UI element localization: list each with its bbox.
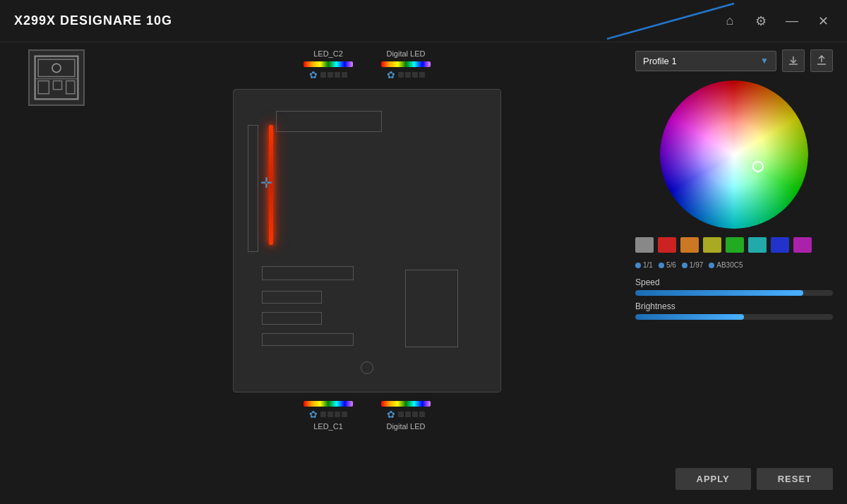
svg-rect-4 [53,81,61,90]
color-wheel-dark [660,80,808,229]
digital-led-top-rainbow[interactable] [381,61,431,67]
swatch-yellow[interactable] [703,237,721,253]
title-bar-controls: ⌂ ⚙ — ✕ [720,11,833,31]
led-c1-gear-icon[interactable]: ✿ [309,409,318,420]
led-c2-label: LED_C2 [313,49,343,58]
profile-import-button[interactable] [782,49,805,72]
color-swatches [635,237,833,253]
led-c2-dots [320,72,347,78]
swatch-orange[interactable] [680,237,699,253]
digital-led-top-icons: ✿ [387,69,425,80]
close-button[interactable]: ✕ [813,11,833,31]
settings-button[interactable]: ⚙ [751,11,771,31]
digital-led-bottom-gear-icon[interactable]: ✿ [387,409,395,420]
minimize-button[interactable]: — [782,11,802,31]
left-panel [14,49,99,497]
color-label-3: 1/97 [682,261,703,269]
led-controls-bottom: ✿ LED_C1 ✿ [304,401,431,432]
led-dot [335,72,340,78]
app-title: X299X DESIGNARE 10G [14,13,172,28]
apply-button[interactable]: APPLY [675,468,751,490]
led-c2-group: LED_C2 ✿ [304,49,353,80]
led-c2-rainbow[interactable] [304,61,353,67]
brightness-label: Brightness [635,301,833,311]
led-dot [342,72,347,78]
led-c1-group: ✿ LED_C1 [304,401,353,432]
slot-mid4 [262,333,354,346]
title-bar: X299X DESIGNARE 10G ⌂ ⚙ — ✕ [0,0,847,42]
svg-point-7 [52,64,61,72]
color-label-dot [659,263,664,268]
reset-button[interactable]: RESET [757,468,833,490]
swatch-green[interactable] [726,237,744,253]
color-picker-cursor [752,161,764,172]
led-c1-rainbow[interactable] [304,401,353,407]
profile-dropdown[interactable]: Profile 1 ▼ [635,51,776,71]
led-dot [320,412,326,417]
digital-led-top-group: Digital LED ✿ [381,49,431,80]
center-panel: LED_C2 ✿ Digital LED ✿ [113,49,621,497]
speed-slider-row: Speed [635,277,833,296]
bottom-buttons: APPLY RESET [635,468,833,497]
profile-label: Profile 1 [643,56,677,66]
color-label-2: 5/6 [659,261,676,269]
slot-top-main [276,111,382,132]
profile-row: Profile 1 ▼ [635,49,833,72]
profile-export-button[interactable] [810,49,833,72]
color-label-1-text: 1/1 [643,261,653,269]
svg-rect-2 [38,59,75,76]
color-label-dot [635,263,641,268]
digital-led-bottom-rainbow[interactable] [381,401,431,407]
digital-led-top-dots [398,72,425,78]
brightness-track [635,314,833,320]
brightness-slider-row: Brightness [635,301,833,320]
digital-led-top-gear-icon[interactable]: ✿ [387,69,395,80]
color-label-dot [709,263,714,268]
led-dot [419,412,425,417]
led-c2-gear-icon[interactable]: ✿ [309,69,318,80]
led-dot [405,412,411,417]
home-button[interactable]: ⌂ [720,11,740,31]
swatch-cyan[interactable] [748,237,767,253]
motherboard-diagram: ✛ [233,89,501,392]
led-dot [335,412,340,417]
slider-section: Speed Brightness [635,277,833,320]
color-labels: 1/1 5/6 1/97 AB30C5 [635,261,833,269]
color-wheel-container [635,80,833,229]
led-c1-icons: ✿ [309,409,347,420]
color-label-2-text: 5/6 [666,261,676,269]
digital-led-bottom-label: Digital LED [386,422,425,431]
brightness-fill [635,314,744,320]
svg-rect-1 [35,56,78,100]
color-wheel[interactable] [660,80,808,229]
motherboard-thumbnail[interactable] [28,49,85,106]
led-dot [419,72,425,78]
color-label-4-text: AB30C5 [716,261,743,269]
led-dot [328,72,333,78]
led-dot [320,72,326,78]
slot-mid3 [262,312,322,325]
led-dot [328,412,333,417]
main-content: LED_C2 ✿ Digital LED ✿ [0,42,847,504]
export-icon [816,55,827,66]
speed-label: Speed [635,277,833,287]
digital-led-bottom-group: ✿ Digital LED [381,401,431,432]
color-label-4: AB30C5 [709,261,743,269]
right-panel: Profile 1 ▼ [635,49,833,497]
crosshair-icon[interactable]: ✛ [260,174,272,191]
swatch-red[interactable] [658,237,676,253]
color-label-dot [682,263,687,268]
led-c1-label: LED_C1 [313,422,343,431]
svg-rect-3 [38,81,49,94]
speed-fill [635,290,803,296]
mb-svg-icon [30,51,83,104]
svg-rect-5 [66,81,75,94]
color-wheel-inner [660,80,808,229]
swatch-purple[interactable] [793,237,812,253]
led-dot [342,412,347,417]
led-dot [398,72,404,78]
speed-track [635,290,833,296]
swatch-blue[interactable] [771,237,789,253]
swatch-gray[interactable] [635,237,654,253]
led-dot [412,412,418,417]
